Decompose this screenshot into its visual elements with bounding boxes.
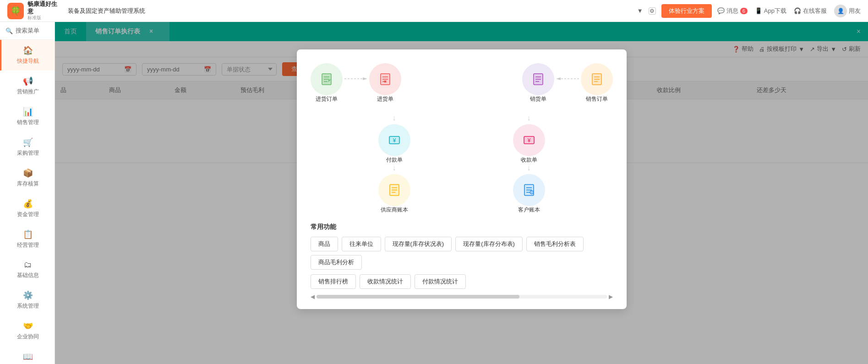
brand-name: 畅康通好生意 [27,0,62,15]
function-buttons: 商品 往来单位 现存量(库存状况表) 现存量(库存分布表) 销售毛利分析表 商品… [311,237,613,270]
func-btn-stock-status[interactable]: 现存量(库存状况表) [385,237,452,251]
svg-text:¥: ¥ [527,137,530,144]
scrollbar-container: ◀ ▶ [311,293,613,300]
sidebar: 🔍 搜索菜单 🏠 快捷导航 📢 营销推广 📊 销售管理 🛒 采购管理 📦 [0,22,55,364]
marketing-icon: 📢 [23,76,33,86]
svg-text:¥: ¥ [392,137,396,144]
sidebar-item-label: 基础信息 [17,272,39,279]
trial-button[interactable]: 体验行业方案 [661,4,712,18]
payment-icon: ¥ [378,124,410,156]
quick-nav-modal: 进货订单 [297,49,627,309]
phone-icon: 📱 [755,7,762,14]
func-btn-payment-stats[interactable]: 付款情况统计 [415,274,466,289]
search-icon: 🔍 [5,27,13,34]
finance-icon: 💰 [23,199,33,209]
svg-point-40 [530,190,534,194]
sales-order-icon [581,63,613,95]
scroll-right-arrow[interactable]: ▶ [609,293,613,300]
payment-label: 付款单 [386,156,403,164]
system-title: 装备及固定资产辅助管理系统 [68,7,632,15]
sidebar-item-label: 经营管理 [17,241,39,249]
basic-info-icon: 🗂 [24,260,32,270]
content-area: 首页 销售订单执行表 × × ❓ 帮助 🖨 按模板打印 ▼ [55,22,868,364]
customer-ledger-label: 客户账本 [518,206,540,214]
sidebar-item-guide[interactable]: 📖 新手引导 [0,346,55,364]
flow-payment[interactable]: ¥ 付款单 [378,124,410,164]
flow-purchase-order[interactable]: 进货订单 [311,63,343,103]
sidebar-item-enterprise[interactable]: 🤝 企业协同 [0,315,55,346]
sidebar-item-label: 企业协同 [17,333,39,341]
func-btn-receipt-stats[interactable]: 收款情况统计 [360,274,411,289]
search-menu-item[interactable]: 🔍 搜索菜单 [0,22,55,40]
brand: 🍀 畅康通好生意 标准版 [7,0,62,21]
app-download-action[interactable]: 📱 App下载 [755,7,786,15]
sidebar-item-label: 营销推广 [17,88,39,96]
customer-ledger-icon [513,174,545,206]
sidebar-item-label: 采购管理 [17,149,39,157]
sidebar-item-quick-nav[interactable]: 🏠 快捷导航 [0,40,55,71]
sidebar-item-label: 库存核算 [17,180,39,188]
func-btn-sales-margin[interactable]: 销售毛利分析表 [526,237,584,251]
scroll-left-arrow[interactable]: ◀ [311,293,315,300]
sidebar-item-label: 资金管理 [17,211,39,218]
func-btn-counterparty[interactable]: 往来单位 [342,237,381,251]
func-btn-product-margin[interactable]: 商品毛利分析 [311,255,362,270]
sidebar-item-label: 系统管理 [17,302,39,310]
receipt-icon: ¥ [513,124,545,156]
scrollbar-thumb [317,295,520,299]
brand-icon: 🍀 [7,3,24,19]
sidebar-item-operations[interactable]: 📋 经营管理 [0,224,55,255]
brand-sub: 标准版 [27,15,62,21]
avatar: 👤 [834,5,847,17]
sidebar-item-system[interactable]: ⚙️ 系统管理 [0,285,55,315]
func-btn-product[interactable]: 商品 [311,237,338,251]
flow-supplier-ledger[interactable]: 供应商账本 [378,174,410,214]
message-badge: 6 [740,8,748,14]
sales-order-label: 销售订单 [586,95,608,103]
sidebar-item-finance[interactable]: 💰 资金管理 [0,193,55,224]
system-icon: ⚙️ [23,290,33,300]
flow-receipt[interactable]: ¥ 收款单 [513,124,545,164]
sidebar-item-purchase[interactable]: 🛒 采购管理 [0,132,55,163]
purchase-icon: 🛒 [23,137,33,147]
common-functions-title: 常用功能 [311,223,613,231]
sidebar-item-sales[interactable]: 📊 销售管理 [0,101,55,132]
inventory-icon: 📦 [23,168,33,178]
sidebar-item-label: 销售管理 [17,119,39,126]
guide-icon: 📖 [23,352,33,362]
sidebar-item-basic-info[interactable]: 🗂 基础信息 [0,255,55,285]
svg-marker-6 [363,77,367,80]
func-btn-sales-rank[interactable]: 销售排行榜 [311,274,356,289]
function-buttons-row2: 销售排行榜 收款情况统计 付款情况统计 [311,274,613,289]
sidebar-item-label: 快捷导航 [17,57,39,65]
svg-marker-18 [556,77,561,80]
flow-sales-order[interactable]: 销售订单 [581,63,613,103]
topbar-right: 💬 消息 6 📱 App下载 🎧 在线客服 👤 用友 [717,5,861,17]
purchase-order-icon [311,63,343,95]
flow-purchase-bill[interactable]: 进货单 [369,63,401,103]
flow-customer-ledger[interactable]: 客户账本 [513,174,545,214]
sales-bill-icon [522,63,554,95]
operations-icon: 📋 [23,229,33,239]
message-action[interactable]: 💬 消息 6 [717,7,748,15]
search-label: 搜索菜单 [16,27,39,35]
settings-icon[interactable]: ⚙ [649,7,656,15]
sidebar-item-marketing[interactable]: 📢 营销推广 [0,71,55,101]
sales-bill-label: 销货单 [530,95,546,103]
quick-nav-icon: 🏠 [23,45,33,55]
func-btn-stock-dist[interactable]: 现存量(库存分布表) [455,237,523,251]
purchase-bill-label: 进货单 [377,95,393,103]
topbar: 🍀 畅康通好生意 标准版 装备及固定资产辅助管理系统 ▼ ⚙ 体验行业方案 💬 … [0,0,868,22]
common-functions-section: 常用功能 商品 往来单位 现存量(库存状况表) 现存量(库存分布表) 销售毛利分… [311,223,613,300]
user-action[interactable]: 👤 用友 [834,5,861,17]
service-action[interactable]: 🎧 在线客服 [794,7,827,15]
flow-sales-bill[interactable]: 销货单 [522,63,554,103]
message-icon: 💬 [717,7,725,14]
enterprise-icon: 🤝 [23,321,33,331]
purchase-order-label: 进货订单 [316,95,338,103]
supplier-ledger-label: 供应商账本 [381,206,408,214]
sales-icon: 📊 [23,107,33,117]
purchase-bill-icon [369,63,401,95]
system-dropdown[interactable]: ▼ [637,7,643,14]
sidebar-item-inventory[interactable]: 📦 库存核算 [0,163,55,193]
